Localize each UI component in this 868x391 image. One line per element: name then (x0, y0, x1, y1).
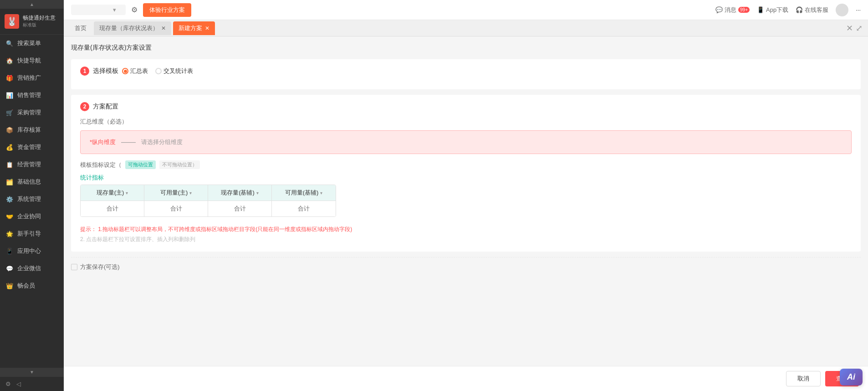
message-icon: 💬 (715, 6, 723, 13)
divider (71, 257, 861, 257)
stats-title: 统计指标 (80, 174, 852, 182)
step1-header: 1 选择模板 汇总表 交叉统计表 (80, 67, 852, 76)
dimension-placeholder: 请选择分组维度 (141, 138, 183, 146)
tips-section: 提示： 1.拖动标题栏可以调整布局，不可跨维度或指标区域拖动栏目字段(只能在同一… (80, 225, 852, 244)
stats-header-cell-0[interactable]: 现存量(主) ▾ (81, 185, 144, 201)
star-icon: 🌟 (5, 230, 14, 238)
expand-panel-icon[interactable]: ⤢ (856, 23, 863, 33)
sidebar-item-shortcut[interactable]: 🏠 快捷导航 (0, 52, 64, 69)
close-panel-icon[interactable]: ✕ (846, 23, 853, 33)
col0-dropdown-icon[interactable]: ▾ (126, 190, 128, 196)
handshake-icon: 🤝 (5, 212, 14, 221)
stats-col-0: 现存量(主) ▾ (81, 185, 144, 201)
username: ··· (856, 6, 861, 13)
indicator-settings-label: 模板指标设定（ 可拖动位置 不可拖动位置） (80, 160, 852, 169)
sidebar-item-newguide[interactable]: 🌟 新手引导 (0, 225, 64, 242)
sidebar-scroll-down[interactable]: ▼ (0, 368, 64, 376)
settings-icon[interactable]: ⚙ (5, 381, 11, 387)
crown-icon: 👑 (5, 282, 14, 290)
col3-dropdown-icon[interactable]: ▾ (320, 190, 322, 196)
app-download-button[interactable]: 📱 App下载 (757, 6, 788, 14)
stats-body-col-1: 合计 (144, 201, 208, 216)
stats-table-body: 合计 合计 合计 合计 (81, 201, 336, 216)
headset-icon: 🎧 (796, 6, 803, 13)
content-area: 现存量(库存状况表)方案设置 1 选择模板 汇总表 交叉统计表 (64, 36, 868, 366)
tab-home[interactable]: 首页 (69, 21, 92, 35)
folder-icon: 🗂️ (5, 178, 14, 186)
dimension-required-label: *纵向维度 (90, 138, 116, 146)
tab-close-new-scheme[interactable]: ✕ (205, 25, 209, 31)
chart-icon: 📊 (5, 91, 14, 99)
sidebar-item-system[interactable]: ⚙️ 系统管理 (0, 190, 64, 208)
ai-badge[interactable]: Ai (840, 369, 863, 386)
stats-body-cell-1: 合计 (144, 201, 208, 216)
topbar: ▾ ⚙ 体验行业方案 💬 消息 99+ 📱 App下载 🎧 在线客服 ··· (64, 0, 868, 20)
step2-card: 2 方案配置 汇总维度（必选） *纵向维度 —— 请选择分组维度 模板指标设定（… (71, 95, 861, 252)
clipboard-icon: 📋 (5, 160, 14, 169)
search-input[interactable] (75, 7, 111, 13)
dimension-box[interactable]: *纵向维度 —— 请选择分组维度 (80, 130, 852, 154)
topbar-search-box[interactable]: ▾ (71, 5, 126, 15)
stats-table-header: 现存量(主) ▾ 可用量(主) ▾ 现存量(基辅 (81, 185, 336, 201)
sidebar-item-basicinfo[interactable]: 🗂️ 基础信息 (0, 173, 64, 190)
col2-dropdown-icon[interactable]: ▾ (256, 190, 259, 196)
sidebar-nav: 🔍 搜索菜单 🏠 快捷导航 🎁 营销推广 📊 销售管理 🛒 采购管理 📦 库存核… (0, 35, 64, 368)
action-bar: 取消 查询 (64, 366, 868, 391)
trial-button[interactable]: 体验行业方案 (143, 3, 191, 17)
sidebar-scroll-up[interactable]: ▲ (0, 0, 64, 9)
step1-title: 选择模板 (93, 67, 118, 75)
stats-body-col-3: 合计 (272, 201, 336, 216)
sidebar-item-inventory[interactable]: 📦 库存核算 (0, 121, 64, 139)
home-icon: 🏠 (5, 57, 14, 65)
stats-col-1: 可用量(主) ▾ (144, 185, 208, 201)
cancel-button[interactable]: 取消 (786, 371, 821, 386)
main-area: ▾ ⚙ 体验行业方案 💬 消息 99+ 📱 App下载 🎧 在线客服 ··· 首… (64, 0, 868, 391)
tab-close-inventory[interactable]: ✕ (161, 25, 166, 31)
stats-col-3: 可用量(基辅) ▾ (272, 185, 336, 201)
page-title: 现存量(库存状况表)方案设置 (71, 44, 861, 52)
stats-body-cell-0: 合计 (81, 201, 144, 216)
search-icon: 🔍 (5, 39, 14, 47)
template-radio-group: 汇总表 交叉统计表 (122, 67, 193, 75)
settings-gear-icon[interactable]: ⚙ (131, 5, 138, 14)
messages-button[interactable]: 💬 消息 99+ (715, 6, 750, 14)
step2-badge: 2 (80, 102, 89, 111)
stats-body-cell-2: 合计 (208, 201, 271, 216)
stats-section: 统计指标 现存量(主) ▾ 可用量(主) ▾ (80, 174, 852, 218)
stats-header-cell-1[interactable]: 可用量(主) ▾ (144, 185, 208, 201)
step2-title: 方案配置 (93, 103, 118, 111)
sidebar-item-marketing[interactable]: 🎁 营销推广 (0, 69, 64, 87)
radio-crosstab[interactable]: 交叉统计表 (155, 67, 193, 75)
sidebar-item-search[interactable]: 🔍 搜索菜单 (0, 35, 64, 52)
sidebar: ▲ 🐰 畅捷通好生意 标准版 🔍 搜索菜单 🏠 快捷导航 🎁 营销推广 📊 销售… (0, 0, 64, 391)
online-service-button[interactable]: 🎧 在线客服 (796, 6, 828, 14)
tab-new-scheme[interactable]: 新建方案 ✕ (173, 21, 215, 35)
stats-header-cell-3[interactable]: 可用量(基辅) ▾ (272, 185, 336, 201)
col1-dropdown-icon[interactable]: ▾ (189, 190, 192, 196)
sidebar-item-purchase[interactable]: 🛒 采购管理 (0, 104, 64, 121)
summary-dimension-label: 汇总维度（必选） (80, 118, 852, 126)
tab-inventory-status[interactable]: 现存量（库存状况表） ✕ (94, 21, 171, 35)
tips-title: 提示： 1.拖动标题栏可以调整布局，不可跨维度或指标区域拖动栏目字段(只能在同一… (80, 225, 852, 235)
sidebar-item-wechat[interactable]: 💬 企业微信 (0, 260, 64, 277)
sidebar-item-finance[interactable]: 💰 资金管理 (0, 139, 64, 156)
search-dropdown-arrow[interactable]: ▾ (113, 6, 116, 13)
stats-body-col-0: 合计 (81, 201, 144, 216)
radio-summary[interactable]: 汇总表 (122, 67, 148, 75)
topbar-right: 💬 消息 99+ 📱 App下载 🎧 在线客服 ··· (715, 4, 861, 16)
avatar[interactable] (836, 4, 848, 16)
cart-icon: 🛒 (5, 108, 14, 117)
non-draggable-badge: 不可拖动位置） (159, 160, 200, 169)
sidebar-item-appcenter[interactable]: 📱 应用中心 (0, 242, 64, 260)
sidebar-item-enterprise[interactable]: 🤝 企业协同 (0, 208, 64, 225)
sidebar-item-member[interactable]: 👑 畅会员 (0, 277, 64, 294)
audio-icon[interactable]: ◁ (16, 381, 21, 387)
save-label: 方案保存(可选) (80, 263, 120, 271)
save-checkbox[interactable] (71, 264, 77, 270)
step1-card: 1 选择模板 汇总表 交叉统计表 (71, 59, 861, 89)
stats-header-cell-2[interactable]: 现存量(基辅) ▾ (208, 185, 271, 201)
radio-circle-crosstab (155, 68, 162, 74)
sidebar-item-operations[interactable]: 📋 经营管理 (0, 156, 64, 173)
sidebar-item-sales[interactable]: 📊 销售管理 (0, 87, 64, 104)
sidebar-logo: 🐰 畅捷通好生意 标准版 (0, 9, 64, 35)
